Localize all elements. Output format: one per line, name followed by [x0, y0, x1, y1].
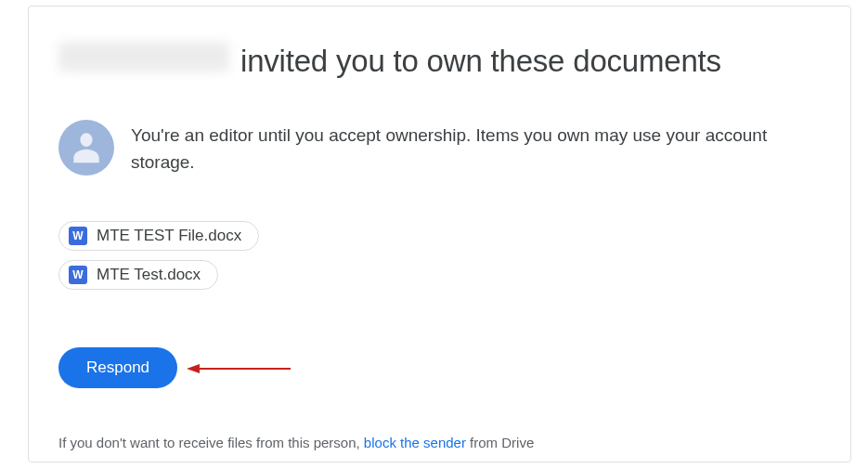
svg-marker-2 — [187, 364, 200, 373]
person-icon — [66, 125, 107, 170]
word-doc-icon: W — [69, 266, 87, 284]
file-name: MTE Test.docx — [97, 266, 201, 284]
footer-suffix: from Drive — [466, 435, 534, 450]
info-message: You're an editor until you accept owners… — [131, 120, 813, 176]
block-sender-link[interactable]: block the sender — [364, 435, 466, 450]
invite-card: invited you to own these documents You'r… — [28, 6, 851, 462]
word-doc-icon: W — [69, 227, 87, 245]
footer-prefix: If you don't want to receive files from … — [58, 435, 364, 450]
file-chip[interactable]: W MTE TEST File.docx — [58, 221, 259, 251]
file-name: MTE TEST File.docx — [97, 227, 241, 245]
title-text: invited you to own these documents — [240, 44, 721, 79]
respond-row: Respond — [58, 347, 813, 388]
respond-button[interactable]: Respond — [58, 347, 177, 388]
footer-text: If you don't want to receive files from … — [58, 435, 813, 450]
arrow-annotation-icon — [187, 362, 291, 373]
file-list: W MTE TEST File.docx W MTE Test.docx — [58, 221, 813, 290]
file-chip[interactable]: W MTE Test.docx — [58, 260, 218, 290]
sender-name-redacted — [58, 42, 229, 72]
avatar — [58, 120, 114, 176]
info-row: You're an editor until you accept owners… — [58, 120, 813, 176]
title-row: invited you to own these documents — [58, 42, 813, 79]
